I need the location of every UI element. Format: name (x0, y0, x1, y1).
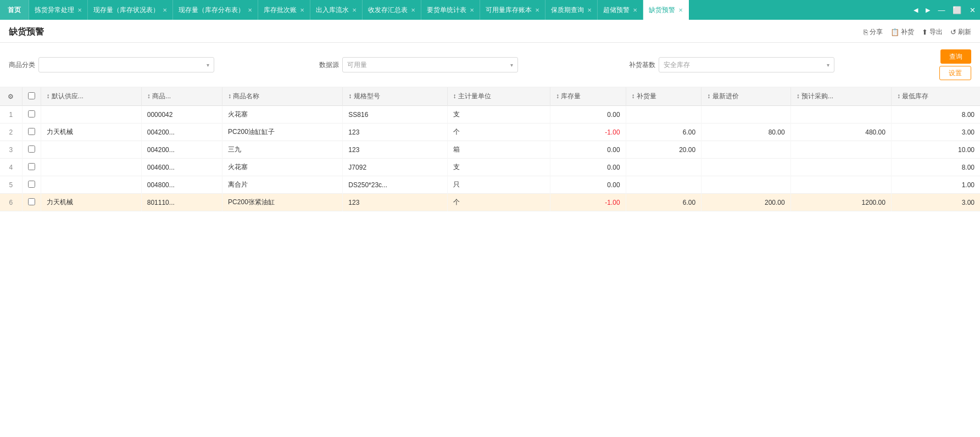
tab-stock-status[interactable]: 现存量（库存状况表）✕ (88, 0, 173, 20)
row-checkbox-cell[interactable] (22, 159, 41, 176)
tab-close-collect[interactable]: ✕ (411, 7, 415, 13)
tab-stock-dist[interactable]: 现存量（库存分布表）✕ (173, 0, 258, 20)
datasource-select[interactable]: 可用量 ▾ (342, 57, 518, 72)
th-supplement[interactable]: ↕ 补货量 (626, 87, 701, 106)
tab-close-available[interactable]: ✕ (535, 7, 539, 13)
basis-dropdown-icon: ▾ (827, 62, 829, 68)
tab-close-stock-status[interactable]: ✕ (163, 7, 167, 13)
cell-stock: 0.00 (550, 106, 626, 124)
cell-supplier: 力天机械 (41, 124, 141, 141)
select-all-checkbox[interactable] (28, 92, 35, 99)
tab-batch[interactable]: 库存批次账✕ (258, 0, 310, 20)
basis-select[interactable]: 安全库存 ▾ (659, 57, 834, 72)
tab-expiry[interactable]: 保质期查询✕ (545, 0, 598, 20)
tab-close-expiry[interactable]: ✕ (587, 7, 592, 13)
th-unit[interactable]: ↕ 主计量单位 (447, 87, 550, 106)
tab-close-shortage[interactable]: ✕ (678, 7, 683, 13)
row-number: 1 (0, 106, 22, 124)
tab-close-batch[interactable]: ✕ (300, 7, 304, 13)
th-est-purchase-label: ↕ 预计采购... (797, 92, 833, 100)
tab-shortage[interactable]: 缺货预警✕ (643, 0, 689, 20)
export-icon: ⬆ (922, 28, 928, 36)
row-checkbox[interactable] (28, 145, 35, 153)
export-btn[interactable]: ⬆ 导出 (922, 27, 943, 37)
page-title: 缺货预警 (9, 26, 864, 38)
tab-available[interactable]: 可用量库存账本✕ (480, 0, 545, 20)
row-number: 4 (0, 159, 22, 176)
replenish-label: 补货 (901, 27, 914, 37)
th-min-stock[interactable]: ↕ 最低库存 (891, 87, 980, 106)
cell-supplement (626, 106, 701, 124)
th-name[interactable]: ↕ 商品名称 (222, 87, 343, 106)
th-supplement-label: ↕ 补货量 (632, 92, 656, 100)
row-checkbox[interactable] (28, 181, 35, 188)
table-row: 4 004600... 火花塞 J7092 支 0.00 8.00 (0, 159, 980, 176)
cell-latest-price: 200.00 (701, 194, 791, 211)
tab-label-batch: 库存批次账 (264, 5, 297, 15)
settings-button[interactable]: 设置 (939, 66, 971, 80)
basis-select-value: 安全库存 (664, 60, 690, 70)
window-minimize-btn[interactable]: — (934, 0, 949, 20)
cell-spec: 123 (343, 194, 447, 211)
tab-bar: 首页 拣货异常处理✕现存量（库存状况表）✕现存量（库存分布表）✕库存批次账✕出入… (0, 0, 980, 20)
row-checkbox-cell[interactable] (22, 176, 41, 194)
cell-supplement: 6.00 (626, 124, 701, 141)
cell-latest-price (701, 106, 791, 124)
cell-est-purchase (790, 106, 891, 124)
row-checkbox[interactable] (28, 110, 35, 117)
th-supplier[interactable]: ↕ 默认供应... (41, 87, 141, 106)
cell-unit: 支 (447, 159, 550, 176)
row-checkbox[interactable] (28, 163, 35, 170)
tab-close-inout[interactable]: ✕ (352, 7, 357, 13)
query-button[interactable]: 查询 (940, 49, 971, 64)
window-close-btn[interactable]: ✕ (965, 0, 980, 20)
cell-spec: J7092 (343, 159, 447, 176)
th-stock-label: ↕ 库存量 (556, 92, 581, 100)
tab-label-home: 首页 (8, 5, 21, 15)
tab-close-stock-dist[interactable]: ✕ (248, 7, 252, 13)
tab-order-stat[interactable]: 要货单统计表✕ (421, 0, 480, 20)
th-checkbox[interactable] (22, 87, 41, 106)
th-settings[interactable]: ⚙ (0, 87, 22, 106)
tab-close-exception[interactable]: ✕ (77, 7, 82, 13)
th-spec[interactable]: ↕ 规格型号 (343, 87, 447, 106)
tab-close-order-stat[interactable]: ✕ (470, 7, 474, 13)
row-checkbox-cell[interactable] (22, 124, 41, 141)
tab-collect[interactable]: 收发存汇总表✕ (363, 0, 421, 20)
cell-latest-price (701, 141, 791, 159)
tab-label-shortage: 缺货预警 (649, 5, 675, 15)
replenish-icon: 📋 (890, 28, 899, 36)
row-checkbox[interactable] (28, 128, 35, 135)
datasource-filter-group: 数据源 可用量 ▾ (319, 57, 621, 72)
cell-name: 离合片 (222, 176, 343, 194)
replenish-btn[interactable]: 📋 补货 (890, 27, 914, 37)
category-select[interactable]: ▾ (38, 57, 214, 72)
tab-next-btn[interactable]: ▶ (922, 0, 934, 20)
cell-min-stock: 8.00 (891, 106, 980, 124)
th-stock[interactable]: ↕ 库存量 (550, 87, 626, 106)
tab-exception[interactable]: 拣货异常处理✕ (29, 0, 88, 20)
row-checkbox-cell[interactable] (22, 106, 41, 124)
header-actions: ⎘ 分享 📋 补货 ⬆ 导出 ↺ 刷新 (864, 27, 971, 37)
th-latest-price-label: ↕ 最新进价 (707, 92, 738, 100)
tab-close-overstock[interactable]: ✕ (633, 7, 637, 13)
th-latest-price[interactable]: ↕ 最新进价 (701, 87, 791, 106)
th-code[interactable]: ↕ 商品... (141, 87, 222, 106)
row-number: 5 (0, 176, 22, 194)
window-maximize-btn[interactable]: ⬜ (949, 0, 965, 20)
row-checkbox[interactable] (28, 198, 35, 205)
tab-home[interactable]: 首页 (0, 0, 29, 20)
row-checkbox-cell[interactable] (22, 141, 41, 159)
th-est-purchase[interactable]: ↕ 预计采购... (790, 87, 891, 106)
share-btn[interactable]: ⎘ 分享 (864, 27, 883, 37)
table-row: 3 004200... 三九 123 箱 0.00 20.00 10.00 (0, 141, 980, 159)
cell-supplier (41, 176, 141, 194)
tab-overstock[interactable]: 超储预警✕ (598, 0, 643, 20)
row-checkbox-cell[interactable] (22, 194, 41, 211)
basis-filter-group: 补货基数 安全库存 ▾ (629, 57, 931, 72)
tab-prev-btn[interactable]: ◀ (910, 0, 922, 20)
tab-inout[interactable]: 出入库流水✕ (310, 0, 363, 20)
page-content: 缺货预警 ⎘ 分享 📋 补货 ⬆ 导出 ↺ 刷新 商品分类 (0, 20, 980, 437)
cell-latest-price: 80.00 (701, 124, 791, 141)
refresh-btn[interactable]: ↺ 刷新 (950, 27, 971, 37)
